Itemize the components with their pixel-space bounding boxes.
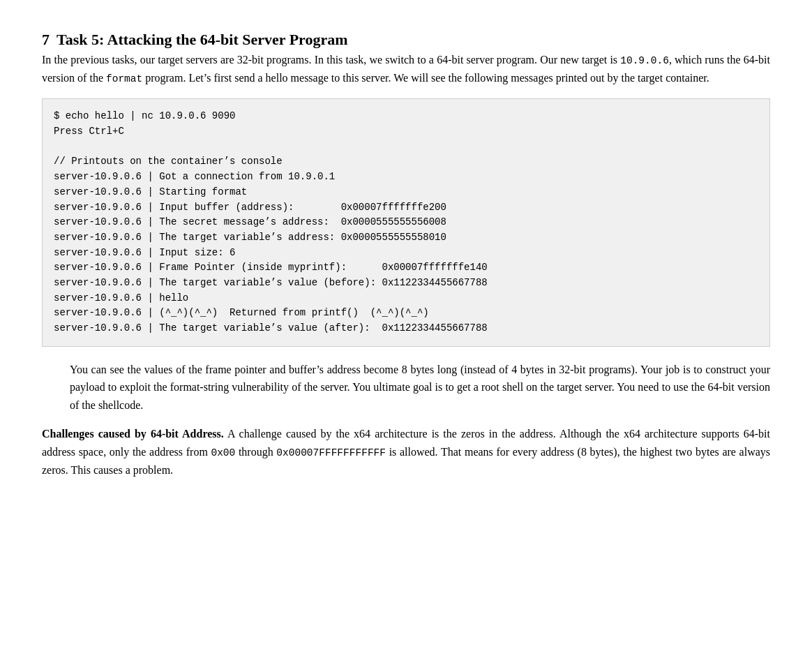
format-program: format bbox=[106, 73, 142, 84]
target-ip: 10.9.0.6 bbox=[620, 55, 669, 66]
section-title: Task 5: Attacking the 64-bit Server Prog… bbox=[57, 31, 348, 48]
intro-text-start: In the previous tasks, our target server… bbox=[42, 54, 620, 66]
challenges-through: through bbox=[235, 446, 276, 458]
intro-text-end: program. Let’s first send a hello messag… bbox=[142, 72, 709, 84]
challenges-label: Challenges caused by 64-bit Address. bbox=[42, 428, 224, 440]
body-paragraph: You can see the values of the frame poin… bbox=[70, 361, 770, 414]
challenges-0x00: 0x00 bbox=[211, 447, 235, 458]
section-number: 7 bbox=[42, 31, 50, 48]
intro-paragraph: In the previous tasks, our target server… bbox=[42, 51, 770, 87]
challenges-paragraph: Challenges caused by 64-bit Address. A c… bbox=[42, 425, 770, 479]
code-block: $ echo hello | nc 10.9.0.6 9090 Press Ct… bbox=[42, 98, 770, 346]
section-heading: 7Task 5: Attacking the 64-bit Server Pro… bbox=[42, 28, 770, 51]
challenges-0x00007f: 0x00007FFFFFFFFFFF bbox=[276, 447, 386, 458]
